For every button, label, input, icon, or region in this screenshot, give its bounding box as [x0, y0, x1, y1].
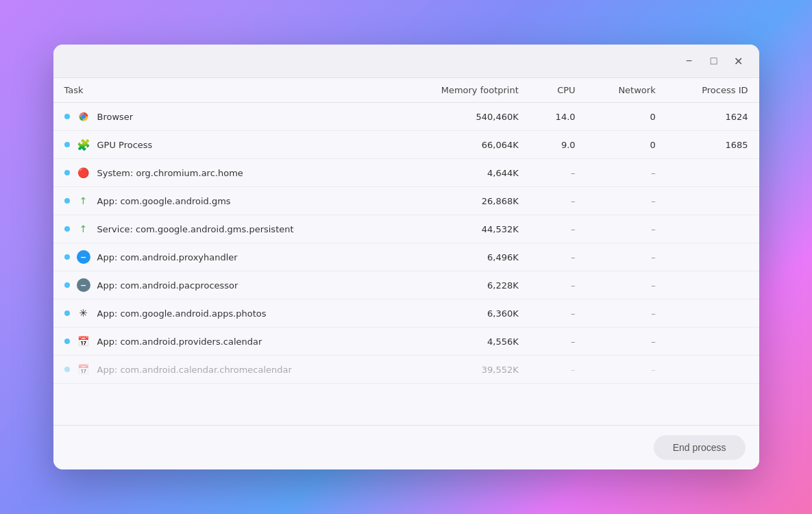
- task-icon: 📅: [77, 334, 90, 348]
- network-cell: –: [587, 215, 667, 243]
- network-cell: –: [587, 187, 667, 215]
- task-icon: ↑: [77, 222, 90, 236]
- task-icon: 🔴: [77, 166, 90, 180]
- minimize-button[interactable]: −: [680, 51, 699, 71]
- status-dot: [64, 170, 70, 175]
- cpu-cell: –: [530, 356, 587, 384]
- network-cell: –: [587, 356, 667, 384]
- task-cell: ↑App: com.google.android.gms: [53, 187, 395, 215]
- network-cell: –: [587, 159, 667, 187]
- cpu-cell: –: [530, 187, 587, 215]
- task-name: Service: com.google.android.gms.persiste…: [97, 224, 294, 234]
- task-cell: 📅App: com.android.providers.calendar: [53, 328, 395, 356]
- task-name: App: com.android.providers.calendar: [97, 336, 262, 347]
- task-name: GPU Process: [97, 140, 153, 150]
- task-icon: 📅: [77, 363, 90, 376]
- task-cell: 🧩GPU Process: [53, 131, 395, 159]
- task-icon: ↑: [77, 194, 90, 208]
- task-name: App: com.google.android.gms: [97, 196, 231, 206]
- task-cell: 🔴System: org.chromium.arc.home: [53, 159, 395, 187]
- cpu-cell: –: [530, 215, 587, 243]
- content-area: Task Memory footprint CPU Network Proces…: [53, 77, 759, 425]
- table-row[interactable]: −App: com.android.proxyhandler6,496K––: [53, 243, 759, 271]
- task-name: App: com.google.android.apps.photos: [97, 308, 267, 319]
- cpu-cell: –: [530, 159, 587, 187]
- pid-cell: 1685: [667, 131, 759, 159]
- cpu-cell: –: [530, 299, 587, 328]
- column-header-task[interactable]: Task: [53, 78, 395, 103]
- memory-cell: 540,460K: [395, 103, 530, 131]
- task-icon: [77, 110, 90, 123]
- column-header-pid[interactable]: Process ID: [667, 78, 759, 103]
- pid-cell: [667, 299, 759, 328]
- task-cell: ↑Service: com.google.android.gms.persist…: [53, 215, 395, 243]
- status-dot: [64, 310, 70, 316]
- status-dot: [64, 367, 70, 372]
- memory-cell: 4,644K: [395, 159, 530, 187]
- svg-point-2: [82, 114, 85, 118]
- network-cell: 0: [587, 103, 667, 131]
- cpu-cell: –: [530, 271, 587, 299]
- footer: End process: [53, 425, 759, 469]
- network-cell: 0: [587, 131, 667, 159]
- title-bar: − □ ✕: [53, 45, 759, 77]
- table-row[interactable]: ↑Service: com.google.android.gms.persist…: [53, 215, 759, 243]
- pid-cell: [667, 159, 759, 187]
- process-table: Task Memory footprint CPU Network Proces…: [53, 77, 759, 384]
- pid-cell: [667, 356, 759, 384]
- column-header-memory[interactable]: Memory footprint: [395, 78, 530, 103]
- task-name: Browser: [97, 112, 134, 122]
- status-dot: [64, 254, 70, 260]
- memory-cell: 39,552K: [395, 356, 530, 384]
- pid-cell: [667, 187, 759, 215]
- table-row[interactable]: Browser540,460K14.001624: [53, 103, 759, 131]
- network-cell: –: [587, 299, 667, 328]
- memory-cell: 26,868K: [395, 187, 530, 215]
- task-cell: −App: com.android.proxyhandler: [53, 243, 395, 271]
- status-dot: [64, 339, 70, 344]
- maximize-button[interactable]: □: [704, 51, 724, 71]
- task-manager-window: − □ ✕ Task Memory footprint CPU Network …: [53, 45, 759, 469]
- task-icon: −: [77, 250, 90, 264]
- column-header-cpu[interactable]: CPU: [530, 78, 587, 103]
- task-name: App: com.android.calendar.chromecalendar: [97, 365, 292, 375]
- task-cell: −App: com.android.pacprocessor: [53, 271, 395, 299]
- table-container[interactable]: Task Memory footprint CPU Network Proces…: [53, 77, 759, 425]
- table-row[interactable]: 📅App: com.android.providers.calendar4,55…: [53, 328, 759, 356]
- table-row[interactable]: −App: com.android.pacprocessor6,228K––: [53, 271, 759, 299]
- status-dot: [64, 114, 70, 119]
- memory-cell: 44,532K: [395, 215, 530, 243]
- memory-cell: 4,556K: [395, 328, 530, 356]
- cpu-cell: –: [530, 328, 587, 356]
- table-row[interactable]: 🔴System: org.chromium.arc.home4,644K––: [53, 159, 759, 187]
- pid-cell: [667, 271, 759, 299]
- memory-cell: 6,228K: [395, 271, 530, 299]
- task-cell: Browser: [53, 103, 395, 131]
- task-name: App: com.android.pacprocessor: [97, 280, 238, 291]
- status-dot: [64, 282, 70, 288]
- cpu-cell: 14.0: [530, 103, 587, 131]
- status-dot: [64, 226, 70, 232]
- memory-cell: 6,496K: [395, 243, 530, 271]
- table-row[interactable]: ✳️App: com.google.android.apps.photos6,3…: [53, 299, 759, 328]
- task-cell: ✳️App: com.google.android.apps.photos: [53, 299, 395, 328]
- table-row[interactable]: 🧩GPU Process66,064K9.001685: [53, 131, 759, 159]
- column-header-network[interactable]: Network: [587, 78, 667, 103]
- task-name: System: org.chromium.arc.home: [97, 168, 243, 178]
- table-row[interactable]: 📅App: com.android.calendar.chromecalenda…: [53, 356, 759, 384]
- pid-cell: [667, 215, 759, 243]
- task-icon: ✳️: [77, 306, 90, 320]
- status-dot: [64, 142, 70, 147]
- pid-cell: 1624: [667, 103, 759, 131]
- task-icon: −: [77, 278, 90, 292]
- end-process-button[interactable]: End process: [654, 435, 746, 460]
- table-row[interactable]: ↑App: com.google.android.gms26,868K––: [53, 187, 759, 215]
- pid-cell: [667, 243, 759, 271]
- table-header-row: Task Memory footprint CPU Network Proces…: [53, 78, 759, 103]
- cpu-cell: –: [530, 243, 587, 271]
- close-button[interactable]: ✕: [729, 51, 748, 71]
- task-name: App: com.android.proxyhandler: [97, 252, 238, 262]
- pid-cell: [667, 328, 759, 356]
- task-icon: 🧩: [77, 138, 90, 151]
- network-cell: –: [587, 271, 667, 299]
